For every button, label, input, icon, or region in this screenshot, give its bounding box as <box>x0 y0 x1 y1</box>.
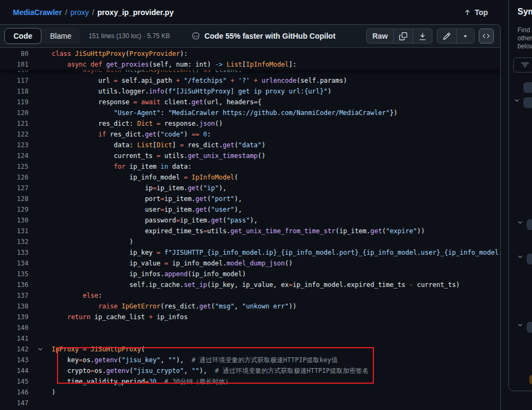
line-gutter <box>29 247 52 258</box>
symbol-chip[interactable] <box>523 97 532 108</box>
symbols-panel: Symbols Find definitions and references … <box>508 0 532 391</box>
code-line-147: 147 <box>0 398 500 408</box>
file-view-column: MediaCrawler / proxy / proxy_ip_provider… <box>0 0 501 410</box>
line-number[interactable]: 147 <box>0 398 29 408</box>
code-line-146: 146) <box>0 387 500 398</box>
line-number[interactable]: 101 <box>0 59 29 70</box>
line-number[interactable]: 117 <box>0 75 29 86</box>
code-line-134: 134 ip_value = ip_info_model.model_dump_… <box>0 258 500 269</box>
breadcrumb-folder-link[interactable]: proxy <box>70 8 89 17</box>
line-number[interactable]: 120 <box>0 107 29 118</box>
code-line-124: 124 current_ts = utils.get_unix_timestam… <box>0 150 500 161</box>
line-number[interactable]: 145 <box>0 376 29 387</box>
breadcrumb-separator: / <box>92 8 94 17</box>
symbols-panel-toggle-button[interactable] <box>479 28 494 44</box>
line-number[interactable]: 143 <box>0 355 29 365</box>
tree-chevron-down-icon[interactable] <box>514 96 520 106</box>
tab-blame[interactable]: Blame <box>41 28 80 44</box>
line-number[interactable]: 121 <box>0 118 29 129</box>
filter-icon <box>521 61 529 69</box>
symbol-chip[interactable] <box>523 82 532 93</box>
line-number[interactable]: 125 <box>0 161 29 172</box>
tree-chevron-down-icon[interactable] <box>517 218 523 228</box>
line-number[interactable]: 138 <box>0 301 29 312</box>
file-meta-info: 151 lines (130 loc) · 5.75 KB <box>89 32 170 40</box>
code-text: data: List[Dict] = res_dict.get("data") <box>52 140 500 150</box>
line-number[interactable]: 132 <box>0 236 29 247</box>
copilot-banner-label: Code 55% faster with GitHub Copilot <box>204 32 335 40</box>
code-text: ) <box>52 387 500 398</box>
line-number[interactable]: 127 <box>0 183 29 193</box>
code-line-130: 130 password=ip_item.get("pass"), <box>0 215 500 226</box>
edit-dropdown-button[interactable] <box>456 29 474 43</box>
code-text: else: <box>52 290 500 301</box>
line-gutter <box>29 107 52 118</box>
code-text: res_dict: Dict = response.json() <box>52 118 500 129</box>
line-number[interactable]: 144 <box>0 365 29 376</box>
collapse-chevron-icon[interactable] <box>29 344 52 355</box>
breadcrumb-separator: / <box>65 8 67 17</box>
back-to-top-button[interactable]: Top <box>459 6 492 19</box>
symbol-chip[interactable] <box>527 219 532 230</box>
tree-chevron-down-icon[interactable] <box>517 253 523 262</box>
line-number[interactable]: 130 <box>0 215 29 226</box>
code-area: 80class JiSuHttpProxy(ProxyProvider):101… <box>0 48 500 408</box>
breadcrumb-repo-link[interactable]: MediaCrawler <box>13 8 62 17</box>
line-number[interactable]: 140 <box>0 322 29 333</box>
raw-button[interactable]: Raw <box>367 29 393 43</box>
code-text: ip=ip_item.get("ip"), <box>52 183 500 193</box>
line-gutter <box>29 258 52 269</box>
tab-code[interactable]: Code <box>4 28 41 44</box>
line-number[interactable]: 136 <box>0 279 29 290</box>
line-number[interactable]: 133 <box>0 247 29 258</box>
line-number[interactable]: 131 <box>0 226 29 236</box>
code-text: time_validity_period=30 # 30分钟（最长时效） <box>52 376 500 387</box>
copilot-icon <box>191 32 200 40</box>
line-gutter <box>29 236 52 247</box>
line-number[interactable]: 118 <box>0 86 29 97</box>
line-number[interactable]: 137 <box>0 290 29 301</box>
line-number[interactable]: 126 <box>0 172 29 183</box>
download-button[interactable] <box>413 29 432 43</box>
copilot-banner[interactable]: Code 55% faster with GitHub Copilot <box>191 32 335 40</box>
line-number[interactable]: 128 <box>0 193 29 204</box>
line-number[interactable]: 141 <box>0 333 29 344</box>
line-number[interactable]: 146 <box>0 387 29 398</box>
code-text: response = await client.get(url, headers… <box>52 97 500 107</box>
copy-button[interactable] <box>393 29 413 43</box>
edit-button[interactable] <box>437 29 456 43</box>
code-text: async def get_proxies(self, num: int) ->… <box>52 59 500 70</box>
code-text: ) <box>52 236 500 247</box>
line-gutter <box>29 59 52 70</box>
line-number[interactable]: 139 <box>0 312 29 322</box>
line-number[interactable]: 122 <box>0 129 29 140</box>
code-line-145: 145 time_validity_period=30 # 30分钟（最长时效） <box>0 376 500 387</box>
line-number[interactable]: 135 <box>0 269 29 279</box>
symbol-chip[interactable] <box>527 254 532 264</box>
line-number[interactable]: 119 <box>0 97 29 107</box>
line-number[interactable]: 123 <box>0 140 29 150</box>
line-number[interactable]: 129 <box>0 204 29 215</box>
line-number[interactable]: 124 <box>0 150 29 161</box>
sticky-context-lines: 80class JiSuHttpProxy(ProxyProvider):101… <box>0 48 500 70</box>
code-lines: 116 async with httpx.AsyncClient() as cl… <box>0 64 500 408</box>
line-number[interactable]: 134 <box>0 258 29 269</box>
line-number[interactable]: 80 <box>0 48 29 59</box>
symbols-filter-input[interactable] <box>513 57 532 73</box>
code-line-80: 80class JiSuHttpProxy(ProxyProvider): <box>0 48 500 59</box>
code-text: crypto=os.getenv("jisu_crypto", ""), # 通… <box>52 365 500 376</box>
line-gutter <box>29 301 52 312</box>
symbol-chip-selected[interactable] <box>529 375 532 384</box>
line-number[interactable]: 142 <box>0 344 29 355</box>
code-line-123: 123 data: List[Dict] = res_dict.get("dat… <box>0 140 500 150</box>
code-text: self.ip_cache.set_ip(ip_key, ip_value, e… <box>52 279 500 290</box>
tree-chevron-down-icon[interactable] <box>517 321 523 330</box>
code-container: Code Blame 151 lines (130 loc) · 5.75 KB… <box>0 24 501 410</box>
code-line-122: 122 if res_dict.get("code") == 0: <box>0 129 500 140</box>
code-text: current_ts = utils.get_unix_timestamp() <box>52 150 500 161</box>
symbol-chip[interactable] <box>527 322 532 333</box>
code-line-118: 118 utils.logger.info(f"[JiSuHttpProxy] … <box>0 86 500 97</box>
code-text: key=os.getenv("jisu_key", ""), # 通过环境变量的… <box>52 355 500 365</box>
file-header-toolbar: Code Blame 151 lines (130 loc) · 5.75 KB… <box>0 25 500 48</box>
code-line-139: 139 return ip_cache_list + ip_infos <box>0 312 500 322</box>
